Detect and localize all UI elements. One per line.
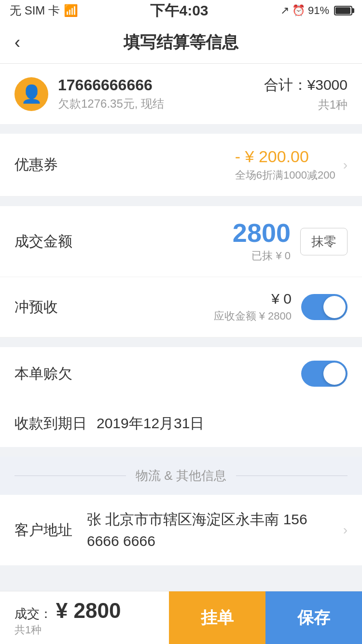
bottom-summary-line1: 成交： ¥ 2800 [14,599,154,623]
prepay-desc: 应收金额 ¥ 2800 [214,309,292,323]
back-button[interactable]: ‹ [14,32,20,53]
prepay-right: ¥ 0 应收金额 ¥ 2800 [214,291,348,323]
prepay-row: 冲预收 ¥ 0 应收金额 ¥ 2800 [0,277,362,337]
header-line-right [236,476,348,476]
address-row[interactable]: 客户地址 张 北京市市辖区海淀区永丰南 156 6666 6666 › [0,495,362,565]
prepay-label: 冲预收 [14,297,58,317]
wifi-icon: 📶 [64,4,78,17]
coupon-row[interactable]: 优惠券 - ¥ 200.00 全场6折满1000减200 › [0,134,362,196]
prepay-amount: ¥ 0 [214,291,292,307]
nav-bar: ‹ 填写结算等信息 [0,21,362,64]
main-content: 👤 17666666666 欠款1276.35元, 现结 合计：¥3000 共1… [0,64,362,644]
location-icon: ↗ [280,4,289,17]
coupon-discount-desc: 全场6折满1000减200 [235,168,335,182]
alarm-icon: ⏰ [292,4,305,17]
customer-left: 👤 17666666666 欠款1276.35元, 现结 [14,76,164,112]
date-value: 2019年12月31日 [97,414,204,434]
customer-info: 17666666666 欠款1276.35元, 现结 [58,76,164,112]
logistics-header-text: 物流 & 其他信息 [136,467,226,484]
battery-percent: 91% [308,4,329,17]
status-bar: 无 SIM 卡 📶 下午4:03 ↗ ⏰ 91% [0,0,362,21]
chevron-right-icon: › [343,157,348,173]
customer-debt: 欠款1276.35元, 现结 [58,96,164,112]
amount-row: 成交金额 2800 已抹 ¥ 0 抹零 [0,206,362,277]
order-total: 合计：¥3000 [264,75,348,95]
amount-right: 2800 已抹 ¥ 0 抹零 [233,220,348,263]
customer-right: 合计：¥3000 共1种 [264,75,348,112]
status-left: 无 SIM 卡 📶 [10,3,78,18]
save-button[interactable]: 保存 [265,591,362,644]
section-gap-1 [0,124,362,134]
hang-order-button[interactable]: 挂单 [169,591,265,644]
logistics-section-header: 物流 & 其他信息 [0,457,362,495]
avatar: 👤 [14,77,48,111]
round-zero-button[interactable]: 抹零 [300,228,348,255]
customer-card: 👤 17666666666 欠款1276.35元, 现结 合计：¥3000 共1… [0,64,362,124]
amount-sub: 已抹 ¥ 0 [233,249,291,263]
carrier-text: 无 SIM 卡 [10,3,60,18]
address-value: 张 北京市市辖区海淀区永丰南 156 6666 6666 [87,508,343,552]
debit-label: 本单赊欠 [14,364,72,384]
bottom-bar: 成交： ¥ 2800 共1种 挂单 保存 [0,591,362,644]
section-gap-2 [0,196,362,206]
address-label: 客户地址 [14,520,72,540]
coupon-discount-amount: - ¥ 200.00 [235,147,335,166]
section-gap-3 [0,337,362,347]
prepay-toggle[interactable] [301,294,348,320]
debit-toggle-knob [323,363,346,385]
status-right: ↗ ⏰ 91% [280,4,352,17]
prepay-toggle-knob [323,296,346,318]
status-time: 下午4:03 [150,1,208,21]
date-row: 收款到期日 2019年12月31日 [0,400,362,447]
amount-big: 2800 [233,220,291,246]
debit-toggle[interactable] [301,361,348,387]
address-chevron-icon: › [343,522,348,538]
order-count: 共1种 [264,97,348,112]
header-line-left [14,476,126,476]
amount-label: 成交金额 [14,232,72,252]
customer-phone: 17666666666 [58,76,164,94]
bottom-summary-count: 共1种 [14,623,154,637]
bottom-summary: 成交： ¥ 2800 共1种 [0,591,169,644]
bottom-summary-label: 成交： [14,606,52,621]
section-gap-4 [0,447,362,457]
debit-row: 本单赊欠 [0,347,362,400]
amount-value-block: 2800 已抹 ¥ 0 [233,220,291,263]
date-label: 收款到期日 [14,414,87,434]
battery-icon [334,6,352,15]
coupon-right: - ¥ 200.00 全场6折满1000减200 › [235,147,348,182]
bottom-summary-amount: ¥ 2800 [56,599,121,622]
coupon-label: 优惠券 [14,155,58,175]
page-title: 填写结算等信息 [124,31,238,54]
prepay-value-block: ¥ 0 应收金额 ¥ 2800 [214,291,292,323]
